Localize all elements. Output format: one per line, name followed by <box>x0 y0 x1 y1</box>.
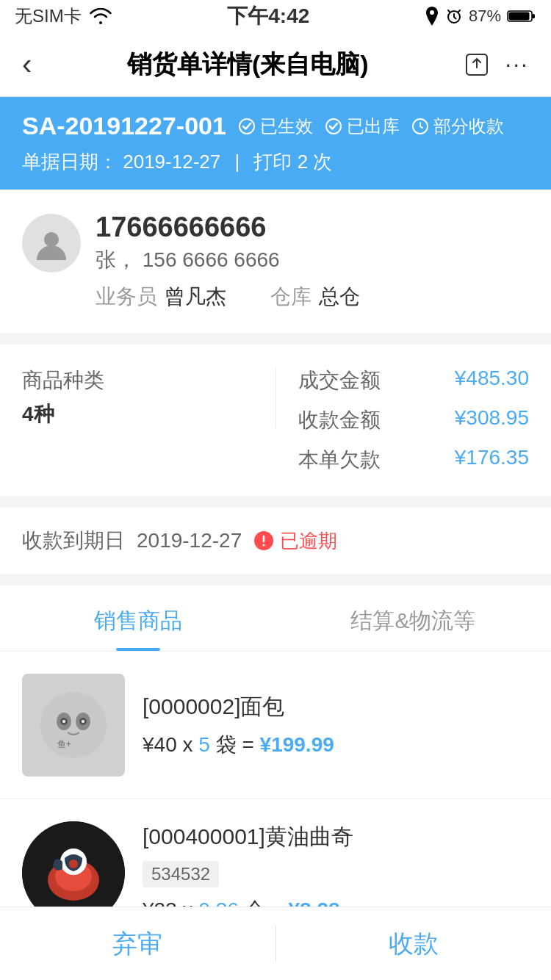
due-date-row: 收款到期日 2019-12-27 已逾期 <box>0 508 551 574</box>
customer-top: 17666666666 张， 156 6666 6666 <box>22 212 529 274</box>
tabs-container: 销售商品 结算&物流等 <box>0 586 551 652</box>
status-time: 下午4:42 <box>227 2 309 30</box>
clock-icon <box>411 118 429 135</box>
status-shipped: 已出库 <box>325 115 400 138</box>
svg-point-23 <box>69 860 78 868</box>
stats-amounts: 成交金额 ¥485.30 收款金额 ¥308.95 本单欠款 ¥176.35 <box>276 367 530 474</box>
page-title: 销货单详情(来自电脑) <box>127 48 369 82</box>
status-partial: 部分收款 <box>411 115 504 138</box>
amount-value: ¥485.30 <box>455 367 529 394</box>
product-name-2: [000400001]黄油曲奇 <box>143 822 529 852</box>
customer-meta: 业务员 曾凡杰 仓库 总仓 <box>22 283 529 311</box>
user-avatar-icon <box>33 225 70 262</box>
salesman-item: 业务员 曾凡杰 <box>96 283 226 311</box>
bottom-bar: 弃审 收款 <box>0 907 551 980</box>
owed-row: 本单欠款 ¥176.35 <box>298 446 530 474</box>
collect-payment-button[interactable]: 收款 <box>276 912 552 976</box>
carrier-label: 无SIM卡 <box>15 4 82 28</box>
wifi-icon <box>89 8 112 24</box>
category-label: 商品种类 <box>22 367 253 394</box>
header-date-row: 单据日期： 2019-12-27 | 打印 2 次 <box>22 149 529 175</box>
amount-row: 成交金额 ¥485.30 <box>298 367 530 394</box>
tab-settlement[interactable]: 结算&物流等 <box>276 586 551 651</box>
nav-bar: ‹ 销货单详情(来自电脑) ··· <box>0 32 551 97</box>
warehouse-label: 仓库 <box>270 283 311 311</box>
avatar <box>22 214 81 273</box>
svg-point-11 <box>40 692 107 758</box>
salesman-label: 业务员 <box>96 283 157 311</box>
status-left: 无SIM卡 <box>15 4 112 28</box>
product-info-1: [0000002]面包 ¥40 x 5 袋 = ¥199.99 <box>143 692 529 759</box>
location-icon <box>425 7 439 26</box>
tabs: 销售商品 结算&物流等 <box>0 586 551 651</box>
customer-info: 17666666666 张， 156 6666 6666 <box>96 212 280 274</box>
customer-card: 17666666666 张， 156 6666 6666 业务员 曾凡杰 仓库 … <box>0 190 551 333</box>
customer-id: 17666666666 <box>96 212 280 243</box>
owed-label: 本单欠款 <box>298 446 381 474</box>
product-name-1: [0000002]面包 <box>143 692 529 722</box>
svg-rect-3 <box>508 12 529 21</box>
product-sku-2: 534532 <box>143 861 219 887</box>
overdue-badge: 已逾期 <box>253 528 337 554</box>
customer-name-phone: 张， 156 6666 6666 <box>96 246 280 274</box>
status-effective: 已生效 <box>238 115 313 138</box>
received-label: 收款金额 <box>298 406 381 434</box>
svg-point-10 <box>263 544 265 547</box>
product-price-1: ¥40 x 5 袋 = ¥199.99 <box>143 731 529 759</box>
product-qty-1: 5 <box>198 733 210 756</box>
category-value: 4种 <box>22 400 253 428</box>
order-id: SA-20191227-001 <box>22 112 226 140</box>
due-date-value: 2019-12-27 <box>137 529 242 552</box>
alarm-icon <box>445 7 463 25</box>
svg-point-8 <box>44 232 59 247</box>
more-button[interactable]: ··· <box>505 51 529 78</box>
product-total-1: ¥199.99 <box>260 733 334 756</box>
warehouse-item: 仓库 总仓 <box>270 283 360 311</box>
cancel-review-button[interactable]: 弃审 <box>0 912 276 976</box>
list-item: 鱼+ [0000002]面包 ¥40 x 5 袋 = ¥199.99 <box>0 652 551 799</box>
svg-rect-2 <box>532 14 535 18</box>
product-list: 鱼+ [0000002]面包 ¥40 x 5 袋 = ¥199.99 <box>0 652 551 947</box>
overdue-label: 已逾期 <box>280 528 337 554</box>
check-icon-1 <box>238 118 256 135</box>
overdue-warning-icon <box>253 530 274 551</box>
salesman-value: 曾凡杰 <box>165 283 226 311</box>
order-id-row: SA-20191227-001 已生效 已出库 部分收款 <box>22 112 529 140</box>
stats-card: 商品种类 4种 成交金额 ¥485.30 收款金额 ¥308.95 本单欠款 ¥… <box>0 345 551 496</box>
stats-category-section: 商品种类 4种 <box>22 367 276 428</box>
nav-icons: ··· <box>464 51 529 78</box>
status-right: 87% <box>425 7 536 26</box>
received-row: 收款金额 ¥308.95 <box>298 406 530 434</box>
svg-point-16 <box>62 720 65 723</box>
battery-icon <box>507 9 536 24</box>
back-button[interactable]: ‹ <box>22 48 32 81</box>
svg-text:鱼+: 鱼+ <box>57 739 71 749</box>
share-icon[interactable] <box>464 51 490 78</box>
received-value: ¥308.95 <box>455 406 529 434</box>
owed-value: ¥176.35 <box>455 446 529 474</box>
amount-label: 成交金额 <box>298 367 381 394</box>
owl-logo-icon: 鱼+ <box>37 688 110 762</box>
battery-percent: 87% <box>469 7 501 26</box>
check-icon-2 <box>325 118 342 135</box>
product-thumbnail-1: 鱼+ <box>22 674 125 777</box>
status-bar: 无SIM卡 下午4:42 87% <box>0 0 551 32</box>
header-banner: SA-20191227-001 已生效 已出库 部分收款 单据日期： 2019-… <box>0 97 551 190</box>
tab-products[interactable]: 销售商品 <box>0 586 276 651</box>
warehouse-value: 总仓 <box>319 283 360 311</box>
svg-point-17 <box>82 720 84 723</box>
due-date-label: 收款到期日 <box>22 527 125 555</box>
